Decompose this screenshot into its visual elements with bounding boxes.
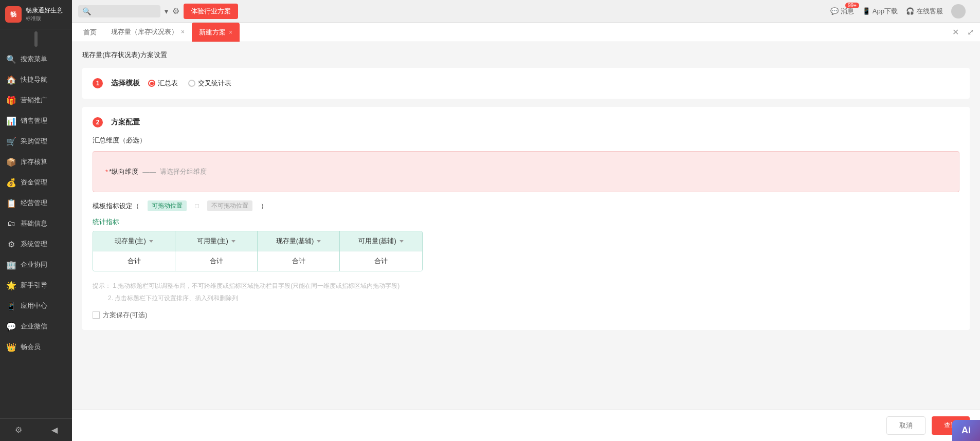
stats-label: 统计指标	[93, 217, 959, 227]
sidebar-item-newbie[interactable]: 🌟 新手引导	[0, 275, 72, 296]
sidebar-item-member[interactable]: 👑 畅会员	[0, 337, 72, 357]
topbar-left: 🔍 ▾ ⚙ 体验行业方案	[78, 4, 238, 19]
th-cell-2: 现存量(基辅)	[258, 231, 340, 251]
tips-area: 提示： 1.拖动标题栏可以调整布局，不可跨维度或指标区域拖动栏目字段(只能在同一…	[93, 280, 959, 304]
section1-header: 1 选择模板 汇总表 交叉统计表	[93, 78, 959, 88]
tab-inventory-close[interactable]: ×	[181, 28, 185, 35]
metrics-setting-prefix: 模板指标设定（	[93, 201, 139, 211]
search-area[interactable]: 🔍	[78, 5, 160, 17]
app-name: 畅康通好生意	[26, 7, 63, 15]
service-button[interactable]: 🎧 在线客服	[906, 7, 943, 16]
sidebar-item-inventory[interactable]: 📦 库存核算	[0, 152, 72, 172]
search-input[interactable]	[94, 8, 146, 15]
sidebar-item-appstore[interactable]: 📱 应用中心	[0, 296, 72, 316]
dash: ——	[142, 168, 156, 176]
sidebar-item-base[interactable]: 🗂 基础信息	[0, 213, 72, 234]
tab-inventory[interactable]: 现存量（库存状况表） ×	[104, 23, 192, 42]
metrics-setting-suffix: ）	[261, 201, 267, 211]
expand-panel-btn[interactable]: ⤢	[965, 25, 976, 39]
section1-num: 1	[93, 78, 103, 88]
collapse-btn[interactable]: ◀	[47, 423, 62, 437]
sidebar-item-purchase[interactable]: 🛒 采购管理	[0, 131, 72, 152]
folder-icon: 🗂	[6, 218, 16, 229]
settings-btn[interactable]: ⚙	[11, 423, 26, 437]
th-label-3: 可用量(基辅)	[358, 236, 396, 246]
th-dropdown-0[interactable]	[149, 240, 153, 243]
sidebar-item-label: 应用中心	[21, 301, 47, 310]
sidebar-item-search[interactable]: 🔍 搜索菜单	[0, 49, 72, 69]
radio-cross[interactable]: 交叉统计表	[188, 79, 231, 88]
td-cell-2: 合计	[258, 251, 340, 271]
topbar: 🔍 ▾ ⚙ 体验行业方案 💬 消息 99+ 📱 App下载 🎧 在线客服	[72, 0, 980, 23]
radio-cross-label: 交叉统计表	[198, 79, 231, 88]
metrics-setting-row: 模板指标设定（ 可拖动位置 □ 不可拖动位置 ）	[93, 200, 959, 211]
tab-bar: 首页 现存量（库存状况表） × 新建方案 × ✕ ⤢	[72, 23, 980, 42]
tip-0: 1.拖动标题栏可以调整布局，不可跨维度或指标区域拖动栏目字段(只能在同一维度或指…	[113, 282, 400, 289]
th-label-1: 可用量(主)	[197, 236, 228, 246]
td-cell-1: 合计	[175, 251, 258, 271]
tab-new-plan-close[interactable]: ×	[229, 29, 232, 36]
section2-num: 2	[93, 117, 103, 127]
sidebar-item-label: 快捷导航	[21, 75, 47, 84]
sidebar-item-quicknav[interactable]: 🏠 快捷导航	[0, 69, 72, 90]
headset-icon: 🎧	[906, 7, 914, 15]
dropdown-icon[interactable]: ▾	[165, 7, 168, 15]
sidebar-item-system[interactable]: ⚙ 系统管理	[0, 234, 72, 254]
sidebar-item-label: 新手引导	[21, 281, 47, 290]
message-badge: 99+	[845, 3, 859, 8]
service-label: 在线客服	[916, 7, 943, 16]
clipboard-icon: 📋	[6, 198, 16, 208]
cart-icon: 🛒	[6, 136, 16, 146]
app-logo-icon: 畅	[5, 6, 22, 23]
crown-icon: 👑	[6, 342, 16, 352]
home-icon: 🏠	[6, 75, 16, 85]
th-label-0: 现存量(主)	[115, 236, 146, 246]
topbar-gear-icon[interactable]: ⚙	[172, 6, 179, 16]
page-title: 现存量(库存状况表)方案设置	[82, 50, 970, 60]
ai-fab-button[interactable]: Ai	[952, 420, 980, 441]
close-panel-btn[interactable]: ✕	[950, 25, 961, 39]
th-dropdown-3[interactable]	[400, 240, 404, 243]
topbar-right: 💬 消息 99+ 📱 App下载 🎧 在线客服	[830, 4, 974, 19]
user-avatar[interactable]	[951, 4, 966, 19]
gift-icon: 🎁	[6, 95, 16, 105]
sidebar-item-wechat[interactable]: 💬 企业微信	[0, 316, 72, 337]
star-icon: 🌟	[6, 280, 16, 290]
dimension-area[interactable]: * *纵向维度 —— 请选择分组维度	[93, 151, 959, 192]
message-button[interactable]: 💬 消息 99+	[830, 7, 854, 16]
sidebar-nav: 🔍 搜索菜单 🏠 快捷导航 🎁 营销推广 📊 销售管理 🛒 采购管理 📦 库存核…	[0, 49, 72, 418]
box-icon: 📦	[6, 157, 16, 167]
template-radio-group: 汇总表 交叉统计表	[148, 79, 231, 88]
sidebar-item-label: 搜索菜单	[21, 54, 47, 64]
sidebar-item-operations[interactable]: 📋 经营管理	[0, 193, 72, 213]
sidebar-item-label: 系统管理	[21, 240, 47, 249]
chart-icon: 📊	[6, 116, 16, 126]
tab-home[interactable]: 首页	[76, 23, 104, 42]
th-dropdown-1[interactable]	[231, 240, 235, 243]
logo-letter: 畅	[10, 10, 16, 19]
vertical-dim-label: *纵向维度	[109, 167, 138, 176]
sidebar-item-enterprise[interactable]: 🏢 企业协同	[0, 254, 72, 275]
tab-home-label: 首页	[83, 28, 97, 37]
app-download-button[interactable]: 📱 App下载	[862, 7, 898, 16]
sidebar-item-sales[interactable]: 📊 销售管理	[0, 111, 72, 131]
tab-new-plan[interactable]: 新建方案 ×	[192, 23, 240, 42]
chat-icon: 💬	[6, 321, 16, 332]
th-label-2: 现存量(基辅)	[276, 236, 314, 246]
radio-summary[interactable]: 汇总表	[148, 79, 178, 88]
sidebar-bottom: ⚙ ◀	[0, 418, 72, 441]
footer: 取消 查询	[72, 410, 980, 441]
mobile-icon: 📱	[862, 7, 870, 15]
sidebar-item-finance[interactable]: 💰 资金管理	[0, 172, 72, 193]
section2-title: 方案配置	[111, 118, 140, 127]
trial-button[interactable]: 体验行业方案	[184, 4, 238, 19]
building-icon: 🏢	[6, 260, 16, 270]
th-dropdown-2[interactable]	[317, 240, 321, 243]
save-checkbox[interactable]	[93, 311, 100, 319]
search-icon: 🔍	[6, 54, 16, 64]
tab-actions: ✕ ⤢	[950, 23, 976, 42]
sidebar-item-marketing[interactable]: 🎁 营销推广	[0, 90, 72, 111]
td-cell-3: 合计	[340, 251, 422, 271]
asterisk: *	[105, 168, 108, 176]
cancel-button[interactable]: 取消	[886, 416, 925, 435]
